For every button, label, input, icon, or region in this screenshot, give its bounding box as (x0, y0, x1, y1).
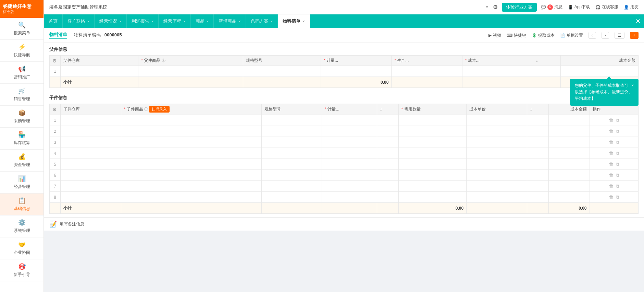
nav-tab-物料清单[interactable]: 物料清单 × (278, 14, 310, 28)
child-goods-cell[interactable] (121, 137, 261, 148)
child-qty-cell[interactable] (398, 137, 467, 148)
online-service-action[interactable]: 🎧 在线客服 (595, 4, 618, 10)
sidebar-item-sales[interactable]: 🛒销售管理 (0, 84, 44, 106)
nav-tab-商品[interactable]: 商品 × (191, 14, 214, 28)
sidebar-item-quicknav[interactable]: ⚡快捷导航 (0, 40, 44, 62)
child-cost-amount-cell[interactable] (548, 181, 590, 192)
sub-tab-bomlist[interactable]: 物料清单 (49, 32, 67, 39)
copy-icon[interactable]: ⧉ (616, 161, 619, 167)
child-spec-cell[interactable] (261, 181, 322, 192)
child-spec-cell[interactable] (261, 126, 322, 137)
delete-icon[interactable]: 🗑 (609, 117, 614, 123)
delete-icon[interactable]: 🗑 (609, 194, 614, 200)
parent-produce-cell[interactable] (392, 66, 462, 77)
parent-warehouse-cell[interactable] (61, 66, 138, 77)
tab-close-icon[interactable]: × (207, 19, 209, 23)
tooltip-close-btn[interactable]: × (631, 82, 634, 89)
child-unit-cell[interactable] (322, 137, 377, 148)
child-qty-cell[interactable] (398, 115, 467, 126)
child-goods-cell[interactable] (121, 181, 261, 192)
child-cost-unit-cell[interactable] (467, 170, 527, 181)
child-goods-cell[interactable] (121, 192, 261, 203)
sidebar-item-system[interactable]: ⚙️系统管理 (0, 215, 44, 237)
sidebar-item-finance[interactable]: 💰资金管理 (0, 150, 44, 172)
copy-icon[interactable]: ⧉ (616, 194, 619, 200)
sidebar-item-basicinfo[interactable]: 📋基础信息 (0, 194, 44, 215)
child-warehouse-cell[interactable] (61, 137, 121, 148)
copy-icon[interactable]: ⧉ (616, 172, 619, 178)
child-cost-unit-cell[interactable] (467, 115, 527, 126)
child-goods-cell[interactable] (121, 126, 261, 137)
child-goods-cell[interactable] (121, 115, 261, 126)
nav-tab-首页[interactable]: 首页 (44, 14, 63, 28)
child-warehouse-cell[interactable] (61, 115, 121, 126)
child-unit-cell[interactable] (322, 192, 377, 203)
delete-icon[interactable]: 🗑 (609, 128, 614, 134)
sidebar-item-guide[interactable]: 🎯新手引导 (0, 259, 44, 281)
child-warehouse-cell[interactable] (61, 181, 121, 192)
child-spec-cell[interactable] (261, 192, 322, 203)
nav-tab-经营历程[interactable]: 经营历程 × (159, 14, 190, 28)
parent-unit-cell[interactable] (321, 66, 392, 77)
child-qty-cell[interactable] (398, 181, 467, 192)
sidebar-item-purchase[interactable]: 📦采购管理 (0, 106, 44, 128)
delete-icon[interactable]: 🗑 (609, 172, 614, 178)
nav-tab-新增商品[interactable]: 新增商品 × (214, 14, 246, 28)
child-spec-cell[interactable] (261, 137, 322, 148)
tab-close-icon[interactable]: × (151, 19, 153, 23)
child-spec-cell[interactable] (261, 115, 322, 126)
gear-icon[interactable]: ⚙ (493, 4, 498, 10)
child-cost-unit-cell[interactable] (467, 126, 527, 137)
system-dropdown-arrow[interactable]: ▼ (485, 5, 489, 9)
copy-icon[interactable]: ⧉ (616, 128, 619, 134)
child-warehouse-cell[interactable] (61, 170, 121, 181)
nav-tab-经营情况[interactable]: 经营情况 × (95, 14, 126, 28)
view-action[interactable]: ▶ 视频 (488, 33, 501, 38)
child-goods-cell[interactable] (121, 159, 261, 170)
message-action[interactable]: 💬 6 消息 (541, 4, 562, 10)
sidebar-item-marketing[interactable]: 📢营销推广 (0, 62, 44, 84)
nav-next-btn[interactable]: › (602, 32, 609, 39)
sidebar-item-inventory[interactable]: 🏪库存核算 (0, 128, 44, 150)
parent-settings-icon[interactable]: ⚙ (52, 58, 57, 63)
child-unit-cell[interactable] (322, 126, 377, 137)
child-spec-cell[interactable] (261, 159, 322, 170)
experience-button[interactable]: 体验行业方案 (502, 3, 537, 12)
child-cost-unit-cell[interactable] (467, 137, 527, 148)
sidebar-item-enterprise[interactable]: 🤝企业协同 (0, 237, 44, 259)
child-spec-cell[interactable] (261, 148, 322, 159)
child-unit-cell[interactable] (322, 159, 377, 170)
tab-close-icon[interactable]: × (271, 19, 273, 23)
child-unit-cell[interactable] (322, 181, 377, 192)
child-cost-amount-cell[interactable] (548, 148, 590, 159)
nav-tab-条码方案[interactable]: 条码方案 × (246, 14, 278, 28)
delete-icon[interactable]: 🗑 (609, 161, 614, 167)
tab-close-icon[interactable]: × (119, 19, 121, 23)
extract-cost-action[interactable]: 💲 提取成本 (532, 33, 555, 38)
child-cost-amount-cell[interactable] (548, 170, 590, 181)
child-cost-unit-cell[interactable] (467, 148, 527, 159)
child-qty-cell[interactable] (398, 170, 467, 181)
child-cost-unit-cell[interactable] (467, 192, 527, 203)
child-warehouse-cell[interactable] (61, 126, 121, 137)
child-unit-cell[interactable] (322, 170, 377, 181)
child-unit-cell[interactable] (322, 148, 377, 159)
child-cost-unit-cell[interactable] (467, 159, 527, 170)
child-cost-amount-cell[interactable] (548, 192, 590, 203)
child-goods-cell[interactable] (121, 148, 261, 159)
parent-spec-cell[interactable] (243, 66, 321, 77)
tab-close-icon[interactable]: × (238, 19, 240, 23)
child-settings-icon[interactable]: ⚙ (52, 107, 57, 112)
child-qty-cell[interactable] (398, 159, 467, 170)
doc-settings-action[interactable]: 📄 单据设置 (560, 33, 583, 38)
child-cost-amount-cell[interactable] (548, 159, 590, 170)
delete-icon[interactable]: 🗑 (609, 150, 614, 156)
child-unit-cell[interactable] (322, 115, 377, 126)
parent-cost-cell[interactable] (462, 66, 533, 77)
sidebar-item-operations[interactable]: 📊经营管理 (0, 172, 44, 194)
child-cost-amount-cell[interactable] (548, 115, 590, 126)
child-warehouse-cell[interactable] (61, 148, 121, 159)
copy-icon[interactable]: ⧉ (616, 139, 619, 145)
child-cost-unit-cell[interactable] (467, 181, 527, 192)
tab-close-icon[interactable]: × (87, 19, 89, 23)
